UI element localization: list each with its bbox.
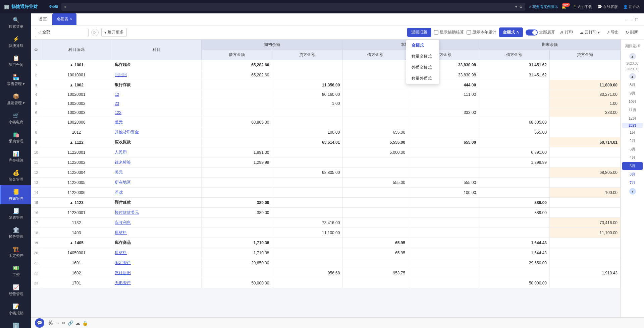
edit-btn[interactable]: ✏ xyxy=(62,320,66,326)
table-wrapper[interactable]: ⚙ 科目编码 科目 期初余额 本期发生额 期末余额 借方金额 贷方金额 借方金额… xyxy=(31,40,621,317)
month-6[interactable]: 6月 xyxy=(622,171,643,178)
row-subject[interactable]: 固定资产 xyxy=(112,258,201,268)
sidebar-item-retail[interactable]: 🏪 零售管理 ▾ xyxy=(0,71,31,90)
settings-header[interactable]: ⚙ xyxy=(31,40,41,60)
app-download[interactable]: 📱 App下载 xyxy=(573,4,592,9)
nav-forward-btn[interactable]: ▷ xyxy=(91,29,99,36)
row-subject[interactable]: 往来标签 xyxy=(112,157,201,168)
collapse-btn[interactable]: ▲ xyxy=(629,53,636,60)
row-subject[interactable]: 人民币 xyxy=(112,147,201,157)
cloud-btn[interactable]: ☁ xyxy=(75,320,80,326)
tab-balance[interactable]: 余额表 ✕ xyxy=(52,13,76,25)
minimize-btn[interactable]: — xyxy=(625,16,632,23)
row-subject[interactable]: 所在地区 xyxy=(112,178,201,188)
row-subject[interactable]: 原材料 xyxy=(112,228,201,238)
sidebar-item-tax[interactable]: 🏛️ 税务管理 xyxy=(0,223,31,243)
expand-btn[interactable]: ▾ 展开更多 xyxy=(101,28,127,37)
expand-year-btn[interactable]: ▲ xyxy=(629,73,636,80)
dropdown-item-qty-amount[interactable]: 数量金额式 xyxy=(406,51,439,62)
export-btn[interactable]: ↗ 导出 xyxy=(604,28,621,37)
address-bar[interactable]: ● ▾ ⚙ xyxy=(61,3,525,11)
chat-btn[interactable]: 💬 xyxy=(35,318,44,328)
sidebar-item-expense[interactable]: 📝 小畅报销 xyxy=(0,300,31,319)
sidebar-item-ecommerce[interactable]: 🛒 小畅电商 xyxy=(0,109,31,128)
address-input[interactable] xyxy=(68,5,514,9)
tab-close-icon[interactable]: ✕ xyxy=(70,17,72,21)
dropdown-item-amount[interactable]: 金额式 xyxy=(406,40,439,51)
print-btn[interactable]: 🖨 打印 xyxy=(558,28,575,37)
display-mode-btn[interactable]: 金额式 ∧ xyxy=(499,27,523,37)
row-subject[interactable]: 库存现金 xyxy=(112,60,201,70)
return-btn[interactable]: 退回旧版 xyxy=(407,28,431,37)
row-subject[interactable]: 原材料 xyxy=(112,248,201,258)
auxiliary-checkbox[interactable]: 显示辅助核算 xyxy=(434,29,464,35)
row-subject[interactable]: 预付账款 xyxy=(112,198,201,208)
month-5[interactable]: 5月 xyxy=(622,162,643,170)
sidebar-item-search[interactable]: 🔍 搜索菜单 xyxy=(0,13,31,32)
row-subject[interactable]: 其他货币资金 xyxy=(112,127,201,137)
row-subject[interactable]: 应收账款 xyxy=(112,137,201,147)
refresh-btn[interactable]: ↻ 刷新 xyxy=(624,28,640,37)
row-subject[interactable]: 回回回 xyxy=(112,70,201,80)
online-service[interactable]: 💬 在线客服 xyxy=(597,4,618,9)
demo-link-text[interactable]: 我要看实例演示 xyxy=(532,4,558,9)
search-box[interactable]: ◁ xyxy=(35,28,89,37)
sidebar-item-purchase[interactable]: 🛍️ 采购管理 xyxy=(0,128,31,147)
balance-table: ⚙ 科目编码 科目 期初余额 本期发生额 期末余额 借方金额 贷方金额 借方金额… xyxy=(31,40,621,288)
restore-btn[interactable]: □ xyxy=(633,16,640,23)
sidebar-item-ledger[interactable]: 📒 总账管理 xyxy=(0,185,31,204)
row-subject[interactable]: 12 xyxy=(112,90,201,99)
row-subject[interactable]: 累计折旧 xyxy=(112,268,201,278)
month-11[interactable]: 11月 xyxy=(622,106,643,114)
row-subject[interactable]: 预付款款美元 xyxy=(112,208,201,218)
user-avatar[interactable]: 👤 用户名 xyxy=(623,4,640,9)
lock-btn[interactable]: 🔒 xyxy=(82,320,88,326)
month-10[interactable]: 10月 xyxy=(622,98,643,106)
row-subject[interactable]: 银行存款 xyxy=(112,80,201,90)
toggle-control[interactable] xyxy=(526,29,538,36)
row-subject[interactable]: 游戏 xyxy=(112,188,201,198)
sidebar-item-invoice[interactable]: 🧾 发票管理 xyxy=(0,204,31,223)
sidebar-item-quicknav[interactable]: ⚡ 快捷导航 xyxy=(0,32,31,52)
month-7[interactable]: 7月 xyxy=(622,179,643,187)
month-4[interactable]: 4月 xyxy=(622,154,643,161)
cloud-print-btn[interactable]: ☁ 云打印 ▾ xyxy=(578,28,602,37)
month-8[interactable]: 8月 xyxy=(622,81,643,89)
row-subject[interactable]: 库存商品 xyxy=(112,238,201,248)
month-9[interactable]: 9月 xyxy=(622,89,643,97)
sidebar-item-project[interactable]: 📋 项目合同 xyxy=(0,52,31,71)
sidebar-item-basic[interactable]: ℹ️ 基础信息 xyxy=(0,319,31,328)
row-subject[interactable]: 23 xyxy=(112,99,201,108)
sidebar-item-salary[interactable]: 💵 工资 xyxy=(0,262,31,281)
tab-home[interactable]: 首页 xyxy=(35,13,51,25)
row-subject[interactable]: 无形资产 xyxy=(112,278,201,288)
auxiliary-check-input[interactable] xyxy=(434,30,438,35)
row-subject[interactable]: 应收利息 xyxy=(112,218,201,228)
sidebar-item-inventory[interactable]: 📊 库存核算 xyxy=(0,147,31,166)
expand-toggle[interactable]: 全部展开 xyxy=(526,29,555,36)
month-3[interactable]: 3月 xyxy=(622,145,643,153)
dropdown-item-qty-foreign[interactable]: 数量外币式 xyxy=(406,73,439,84)
year-total-checkbox[interactable]: 显示本年累计 xyxy=(467,29,496,35)
demo-link[interactable]: ○ 我要看实例演示 xyxy=(529,4,558,9)
sidebar-item-finance[interactable]: 💰 资金管理 xyxy=(0,166,31,185)
sidebar-item-wholesale[interactable]: 📦 批发管理 ▾ xyxy=(0,90,31,109)
lang-btn[interactable]: 英 xyxy=(48,320,53,326)
arrow-btn[interactable]: → xyxy=(55,320,60,326)
row-ob-credit: 68,805.00 xyxy=(272,168,343,178)
month-1[interactable]: 1月 xyxy=(622,129,643,136)
month-12[interactable]: 12月 xyxy=(622,115,643,122)
settings-icon[interactable]: ⚙ xyxy=(519,5,523,9)
month-2[interactable]: 2月 xyxy=(622,137,643,145)
link-btn[interactable]: 🔗 xyxy=(68,320,73,326)
search-input[interactable] xyxy=(42,30,66,35)
sidebar-item-operation[interactable]: 📈 经营管理 xyxy=(0,281,31,300)
row-subject[interactable]: 差元 xyxy=(112,117,201,127)
collapse-bottom-btn[interactable]: ▼ xyxy=(629,188,636,195)
sidebar-item-assets[interactable]: 🏗️ 固定资产 xyxy=(0,243,31,262)
notification-bell[interactable]: 🔔99+ xyxy=(561,5,567,9)
dropdown-item-foreign-amount[interactable]: 外币金额式 xyxy=(406,62,439,73)
year-total-check-input[interactable] xyxy=(467,30,471,35)
row-subject[interactable]: 122 xyxy=(112,108,201,117)
row-subject[interactable]: 美元 xyxy=(112,168,201,178)
